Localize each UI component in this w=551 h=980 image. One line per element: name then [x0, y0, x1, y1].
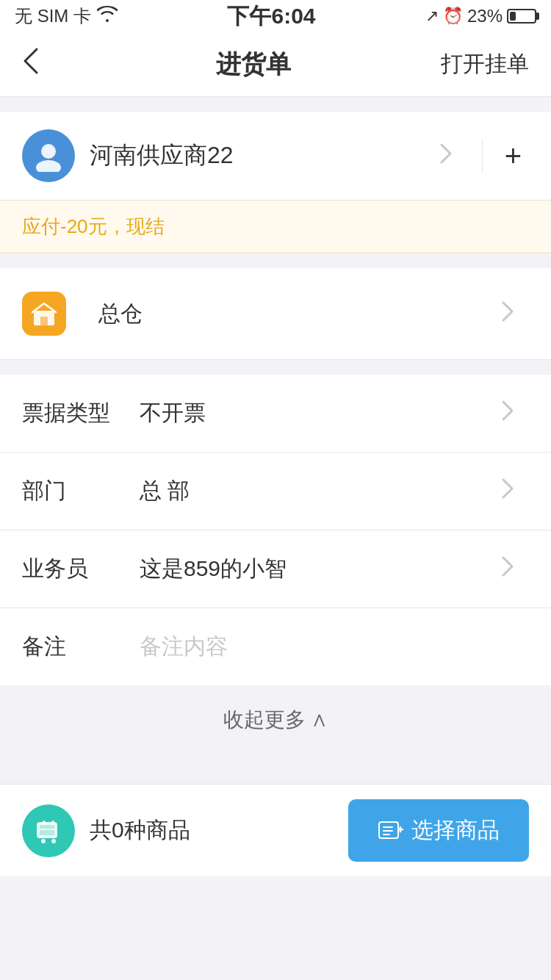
- bottom-bar: 共0种商品 选择商品: [0, 784, 551, 876]
- carrier-label: 无 SIM 卡: [15, 4, 91, 28]
- invoice-chevron-icon: [501, 400, 514, 427]
- invoice-value: 不开票: [140, 398, 501, 428]
- form-row-invoice[interactable]: 票据类型 不开票: [0, 375, 551, 453]
- status-time: 下午6:04: [227, 1, 315, 32]
- cart-icon: [22, 804, 75, 857]
- supplier-row[interactable]: 河南供应商22 +: [0, 112, 551, 201]
- dept-chevron-icon: [501, 478, 514, 505]
- warehouse-row[interactable]: 总仓: [0, 268, 551, 360]
- status-bar: 无 SIM 卡 下午6:04 ↗ ⏰ 23%: [0, 0, 551, 32]
- section-gap-2: [0, 253, 551, 268]
- svg-rect-5: [43, 821, 46, 825]
- collapse-button[interactable]: 收起更多 ∧: [0, 685, 551, 754]
- note-label: 备注: [22, 632, 110, 662]
- select-product-label: 选择商品: [411, 815, 500, 846]
- warehouse-name: 总仓: [98, 299, 501, 329]
- svg-rect-3: [40, 317, 48, 325]
- salesperson-value: 这是859的小智: [140, 554, 501, 584]
- battery-icon: [507, 9, 536, 24]
- product-count: 共0种商品: [90, 815, 348, 846]
- open-pending-button[interactable]: 打开挂单: [441, 49, 529, 79]
- warehouse-chevron-icon: [501, 300, 514, 328]
- add-supplier-button[interactable]: +: [497, 140, 529, 173]
- form-row-dept[interactable]: 部门 总 部: [0, 453, 551, 530]
- form-card: 票据类型 不开票 部门 总 部 业务员 这是859的小智 备注 备注内容: [0, 375, 551, 685]
- alarm-icon: ⏰: [443, 7, 463, 26]
- notice-banner: 应付-20元，现结: [0, 201, 551, 253]
- salesperson-label: 业务员: [22, 554, 110, 584]
- page-background: [0, 876, 551, 980]
- warehouse-card: 总仓: [0, 268, 551, 360]
- svg-point-0: [41, 144, 56, 159]
- supplier-avatar: [22, 129, 75, 182]
- section-gap-4: [0, 754, 551, 769]
- supplier-name: 河南供应商22: [90, 140, 439, 172]
- section-gap-3: [0, 360, 551, 375]
- supplier-card: 河南供应商22 + 应付-20元，现结: [0, 112, 551, 253]
- location-icon: ↗: [425, 7, 439, 26]
- svg-point-9: [51, 839, 56, 843]
- status-left: 无 SIM 卡: [15, 4, 118, 28]
- salesperson-chevron-icon: [501, 555, 514, 583]
- svg-rect-6: [51, 821, 54, 825]
- page-title: 进货单: [216, 48, 291, 82]
- note-placeholder: 备注内容: [140, 632, 529, 662]
- battery-label: 23%: [467, 6, 503, 26]
- supplier-chevron-icon: [439, 143, 453, 170]
- svg-point-1: [36, 160, 61, 172]
- svg-point-8: [41, 839, 46, 843]
- section-gap-1: [0, 97, 551, 112]
- warehouse-icon: [22, 292, 66, 336]
- notice-text: 应付-20元，现结: [22, 215, 165, 237]
- form-row-salesperson[interactable]: 业务员 这是859的小智: [0, 530, 551, 608]
- collapse-label: 收起更多 ∧: [223, 706, 328, 734]
- form-row-note[interactable]: 备注 备注内容: [0, 608, 551, 685]
- vertical-divider: [482, 138, 483, 173]
- back-button[interactable]: [22, 46, 66, 82]
- dept-value: 总 部: [140, 476, 501, 506]
- nav-bar: 进货单 打开挂单: [0, 32, 551, 97]
- wifi-icon: [97, 6, 118, 26]
- select-product-button[interactable]: 选择商品: [348, 799, 529, 862]
- dept-label: 部门: [22, 476, 110, 506]
- invoice-label: 票据类型: [22, 398, 110, 428]
- status-right: ↗ ⏰ 23%: [425, 6, 536, 26]
